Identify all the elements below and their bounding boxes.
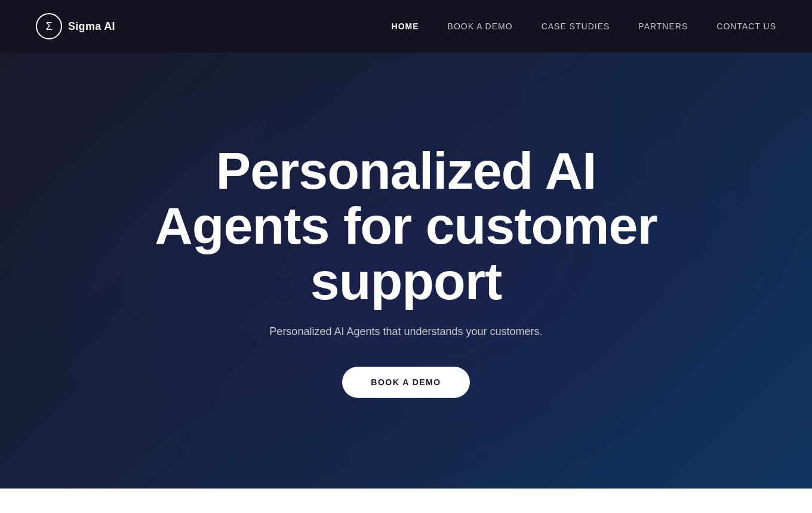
- nav-item-contact-us[interactable]: CONTACT US: [716, 21, 776, 32]
- hero-subtitle: Personalized AI Agents that understands …: [269, 325, 542, 338]
- nav-link-home[interactable]: HOME: [392, 21, 419, 31]
- nav-links: HOME BOOK A DEMO CASE STUDIES PARTNERS C…: [392, 21, 776, 32]
- nav-item-home[interactable]: HOME: [392, 21, 419, 32]
- hero-section: Personalized AI Agents for customer supp…: [0, 53, 812, 489]
- logo-symbol: Σ: [36, 13, 62, 39]
- logo-link[interactable]: Σ Sigma AI: [36, 13, 115, 39]
- nav-link-partners[interactable]: PARTNERS: [638, 21, 688, 31]
- hero-title: Personalized AI Agents for customer supp…: [149, 143, 663, 309]
- nav-link-book-demo[interactable]: BOOK A DEMO: [448, 21, 513, 31]
- nav-link-contact-us[interactable]: CONTACT US: [716, 21, 776, 31]
- nav-item-case-studies[interactable]: CASE STUDIES: [542, 21, 610, 32]
- nav-link-case-studies[interactable]: CASE STUDIES: [542, 21, 610, 31]
- nav-item-book-demo[interactable]: BOOK A DEMO: [448, 21, 513, 32]
- logo-text: Sigma AI: [68, 20, 115, 33]
- logos-section: clarifion CLEAN BOSS garden c up BETTERB…: [0, 489, 812, 513]
- nav-item-partners[interactable]: PARTNERS: [638, 21, 688, 32]
- hero-cta-button[interactable]: BOOK A DEMO: [342, 367, 469, 398]
- navbar: Σ Sigma AI HOME BOOK A DEMO CASE STUDIES…: [0, 0, 812, 53]
